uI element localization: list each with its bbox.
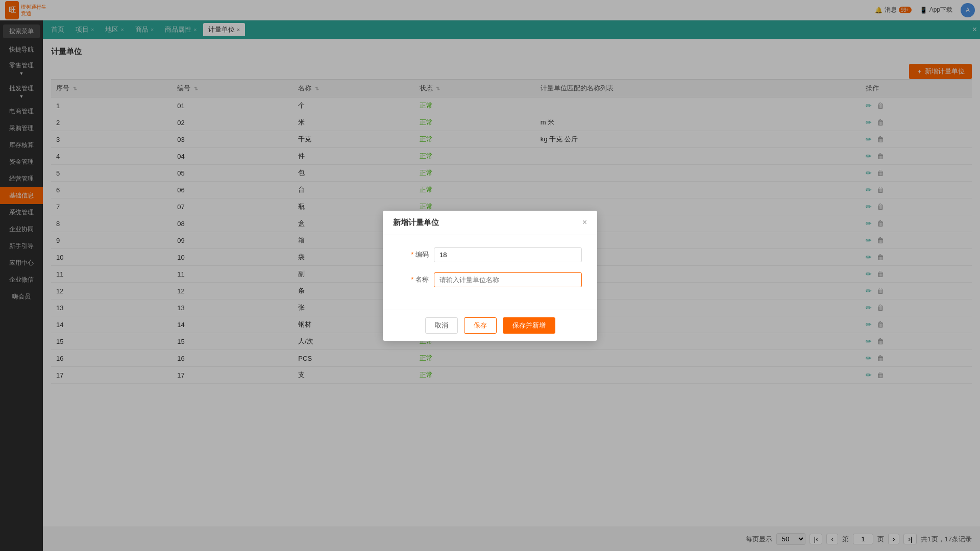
- add-unit-modal: 新增计量单位 × 编码 名称 取消 保存 保存并新增: [383, 211, 597, 341]
- modal-title: 新增计量单位: [393, 218, 439, 228]
- form-row-code: 编码: [398, 247, 582, 262]
- name-input[interactable]: [434, 272, 582, 287]
- form-row-name: 名称: [398, 272, 582, 287]
- name-label: 名称: [398, 275, 429, 284]
- save-button[interactable]: 保存: [464, 317, 497, 334]
- code-label: 编码: [398, 250, 429, 259]
- modal-footer: 取消 保存 保存并新增: [383, 310, 597, 341]
- modal-close-btn[interactable]: ×: [582, 218, 587, 227]
- modal-overlay: 新增计量单位 × 编码 名称 取消 保存 保存并新增: [0, 0, 980, 551]
- modal-header: 新增计量单位 ×: [383, 211, 597, 235]
- save-and-new-button[interactable]: 保存并新增: [503, 317, 555, 334]
- code-input[interactable]: [434, 247, 582, 262]
- cancel-button[interactable]: 取消: [425, 317, 458, 334]
- modal-body: 编码 名称: [383, 235, 597, 310]
